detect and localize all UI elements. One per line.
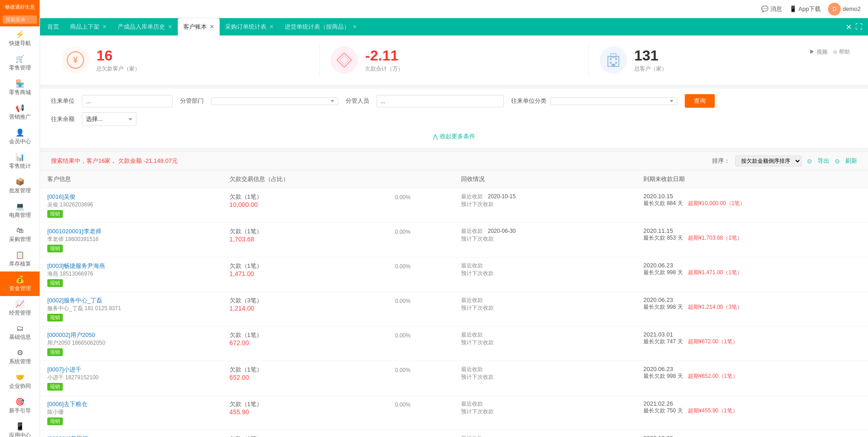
overdue-link[interactable]: 超期¥10,000.00（1笔）: [688, 200, 746, 206]
tab-close-icon[interactable]: ✕: [168, 24, 172, 30]
source-unit-label: 往来单位: [51, 97, 78, 105]
sidebar-item-inventory[interactable]: 📋 库存核算: [0, 247, 40, 271]
customer-name-link[interactable]: [000002]用户2050: [47, 331, 215, 339]
customer-name-link[interactable]: [0016]吴俊: [47, 193, 215, 201]
app-download-label: App下载: [798, 5, 821, 13]
collection-cell: 最近收款 预计下次收款: [454, 257, 636, 292]
last-collection-date: [485, 262, 488, 269]
last-collection-info: 最近收款: [461, 435, 629, 437]
tab-close-icon[interactable]: ✕: [269, 24, 274, 30]
export-button[interactable]: 导出: [818, 157, 829, 165]
overdue-link[interactable]: 超期¥652.00（1笔）: [688, 373, 738, 379]
user-menu-button[interactable]: D demo2: [828, 3, 861, 15]
search-button[interactable]: 查询: [685, 94, 715, 108]
overdue-info: 最长欠款 998 天 超期¥1,471.00（1笔）: [643, 269, 861, 276]
last-collection-info: 最近收款: [461, 366, 629, 373]
message-icon: 💬: [761, 5, 768, 12]
manager-input[interactable]: ...: [376, 95, 504, 107]
sidebar-item-retail-stats[interactable]: 📊 零售统计: [0, 149, 40, 174]
sort-select[interactable]: 按欠款金额倒序排序: [735, 156, 802, 166]
customer-name-link[interactable]: [0006]去下粮仓: [47, 400, 215, 408]
customer-name-link[interactable]: [0007]小进千: [47, 366, 215, 374]
next-collection-label: 预计下次收款: [461, 339, 494, 346]
video-link[interactable]: ▶ 视频: [809, 48, 827, 56]
tab-close-icon[interactable]: ✕: [352, 24, 357, 30]
tab-close-icon[interactable]: ✕: [210, 24, 214, 30]
last-collection-label: 最近收款: [461, 332, 483, 338]
overdue-link[interactable]: 超期¥672.00（1笔）: [688, 338, 738, 345]
sidebar-item-purchase[interactable]: 🛍 采购管理: [0, 223, 40, 247]
overdue-info: 最长欠款 884 天 超期¥10,000.00（1笔）: [643, 200, 861, 207]
customer-name-link[interactable]: [0001020001]李老师: [47, 227, 215, 236]
sidebar: 畅捷通好生意 ⚡ 快捷导航 🛒 零售管理 🏪 零售商城 📢 营销推广 👤 会员中…: [0, 0, 40, 437]
diamond-icon: [331, 46, 358, 74]
sidebar-item-member[interactable]: 👤 会员中心: [0, 125, 40, 149]
menu-search-container: [0, 14, 40, 26]
col-collection: 回收情况: [454, 171, 636, 188]
unit-category-input[interactable]: [550, 97, 677, 105]
tab-customer-account[interactable]: 客户账本 ✕: [178, 18, 220, 35]
customer-info-cell: [0007]小进千 小进千 18279152100 现销: [40, 361, 222, 396]
last-collection-date: [485, 366, 488, 372]
balance-select[interactable]: 选择...: [82, 112, 136, 126]
last-collection-info: 最近收款: [461, 296, 629, 304]
results-actions: 排序： 按欠款金额倒序排序 ⊙ 导出 ⊙ 刷新: [712, 156, 857, 166]
collection-cell: 最近收款 预计下次收款: [454, 361, 636, 396]
tab-stock-summary[interactable]: 进货单统计表（按商品） ✕: [279, 18, 362, 35]
sidebar-item-marketing[interactable]: 📢 营销推广: [0, 100, 40, 125]
customer-name-link[interactable]: [0003]畅捷服务尹海燕: [47, 262, 215, 270]
last-collection-info: 最近收款: [461, 400, 629, 408]
sidebar-item-label: 会员中心: [9, 138, 31, 146]
overdue-link[interactable]: 超期¥1,471.00（1笔）: [688, 269, 743, 276]
next-collection-label: 预计下次收款: [461, 236, 494, 242]
message-button[interactable]: 💬 消息: [761, 5, 782, 13]
tab-purchase-summary[interactable]: 采购订单统计表 ✕: [220, 18, 279, 35]
sidebar-item-system[interactable]: ⚙ 系统管理: [0, 345, 40, 369]
results-info: 搜索结果中，客户16家， 欠款金额 -21,148.07元: [51, 157, 178, 165]
col-customer-info: 客户信息: [40, 171, 222, 188]
sidebar-item-enterprise-collab[interactable]: 🤝 企业协同: [0, 369, 40, 394]
debt-info-cell: 欠款（1笔） 1,471.00: [222, 257, 388, 292]
overdue-link[interactable]: 超期¥1,703.68（1笔）: [688, 235, 743, 241]
sidebar-item-basic-info[interactable]: 🗂 基础信息: [0, 321, 40, 345]
source-unit-input[interactable]: ...: [82, 95, 173, 107]
tab-product-history[interactable]: 产成品入库单历史 ✕: [112, 18, 178, 35]
table-row: [0003]畅捷服务尹海燕 海燕 18513066976 现销 欠款（1笔） 1…: [40, 257, 868, 292]
sidebar-item-operations[interactable]: 📈 经营管理: [0, 296, 40, 321]
tab-maximize-icon[interactable]: ⛶: [855, 23, 863, 31]
debt-ratio-cell: 0.00%: [388, 188, 454, 223]
sidebar-item-finance[interactable]: 💰 资金管理: [0, 271, 40, 296]
results-bar: 搜索结果中，客户16家， 欠款金额 -21,148.07元 排序： 按欠款金额倒…: [40, 151, 868, 171]
tab-home[interactable]: 首页: [42, 18, 65, 35]
sidebar-item-retail-mgmt[interactable]: 🛒 零售管理: [0, 51, 40, 75]
sidebar-item-ecommerce[interactable]: 💻 电商管理: [0, 198, 40, 223]
app-download-button[interactable]: 📱 App下载: [789, 5, 821, 13]
sidebar-item-batch-mgmt[interactable]: 📦 批发管理: [0, 174, 40, 198]
sidebar-item-label: 批发管理: [9, 187, 31, 195]
overdue-link[interactable]: 超期¥455.90（1笔）: [688, 407, 738, 414]
chevron-down-icon: [670, 100, 673, 102]
overdue-link[interactable]: 超期¥1,214.00（3笔）: [688, 304, 743, 310]
tab-close-icon[interactable]: ✕: [102, 24, 107, 30]
tab-close-all-icon[interactable]: ✕: [846, 23, 852, 31]
refresh-button[interactable]: 刷新: [845, 157, 857, 165]
sidebar-item-new-guide[interactable]: 🎯 新手引导: [0, 394, 40, 418]
menu-search-input[interactable]: [3, 15, 37, 24]
notice-icon: ⊙: [807, 158, 812, 165]
retail-mall-icon: 🏪: [15, 79, 25, 88]
debt-info-text: 欠款（1笔）: [230, 227, 381, 236]
sidebar-item-quick-nav[interactable]: ⚡ 快捷导航: [0, 26, 40, 51]
tab-product-offshelf[interactable]: 商品上下架 ✕: [65, 18, 112, 35]
col-ratio: [388, 171, 454, 188]
customer-tag: 现销: [47, 348, 63, 356]
svg-rect-7: [610, 62, 612, 64]
help-link[interactable]: ⊙ 帮助: [833, 48, 850, 56]
collapse-button[interactable]: ⋀ 收起更多条件: [433, 132, 475, 141]
sidebar-item-retail-mall[interactable]: 🏪 零售商城: [0, 75, 40, 100]
balance-label: 往来余额: [51, 115, 78, 123]
next-collection-info: 预计下次收款: [461, 201, 629, 208]
sidebar-item-app-center[interactable]: 📱 应用中心: [0, 418, 40, 437]
customer-name-link[interactable]: [0002]服务中心_丁磊: [47, 296, 215, 305]
department-input[interactable]: [211, 97, 338, 105]
customer-name-link[interactable]: [000001]黄思源: [47, 435, 215, 437]
